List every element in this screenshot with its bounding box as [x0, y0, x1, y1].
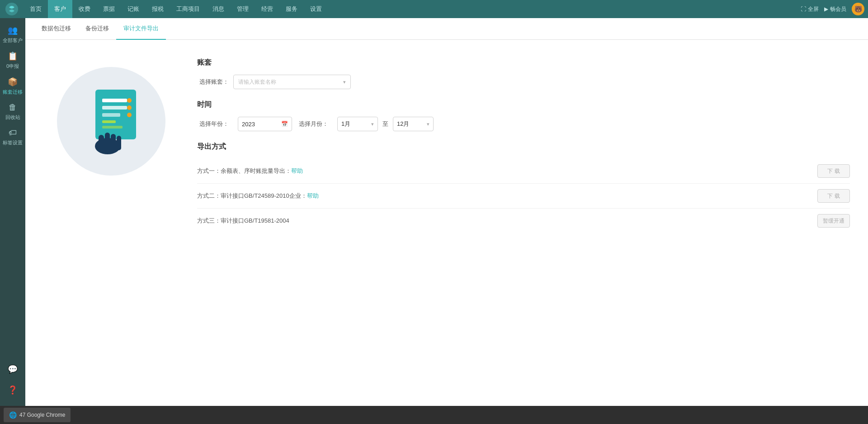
export-method-1-help[interactable]: 帮助	[291, 167, 303, 174]
sidebar-item-tag-settings[interactable]: 🏷 标签设置	[0, 124, 25, 150]
tabs-bar: 数据包迁移 备份迁移 审计文件导出	[25, 18, 868, 40]
start-month-caret: ▾	[371, 121, 374, 127]
account-migration-icon: 📦	[8, 77, 18, 87]
end-month-value: 12月	[397, 120, 409, 128]
main-layout: 👥 全部客户 📋 0申报 📦 账套迁移 🗑 回收站 🏷 标签设置 💬 ❓	[0, 18, 868, 406]
export-method-3-text: 方式三：审计接口GB/T19581-2004	[197, 217, 289, 224]
illustration-side	[43, 58, 179, 388]
svg-rect-13	[111, 134, 116, 151]
top-nav: 首页 客户 收费 票据 记账 报税 工商项目 消息 管理 经营 服务 设置 ⛶ …	[0, 0, 868, 18]
export-method-2-label: 方式二：审计接口GB/T24589-2010企业：帮助	[197, 192, 814, 200]
export-method-2: 方式二：审计接口GB/T24589-2010企业：帮助 下 载	[197, 184, 850, 209]
export-method-3-btn[interactable]: 暂缓开通	[817, 214, 850, 228]
nav-manage[interactable]: 管理	[231, 0, 255, 18]
export-method-2-btn[interactable]: 下 载	[817, 189, 850, 203]
taskbar: 🌐 47 Google Chrome	[0, 406, 868, 424]
sidebar-item-tag-settings-label: 标签设置	[3, 139, 23, 146]
recycle-icon: 🗑	[9, 103, 17, 112]
export-method-2-help[interactable]: 帮助	[307, 192, 319, 199]
svg-rect-2	[102, 99, 127, 102]
svg-rect-3	[102, 106, 127, 110]
sidebar-item-account-migration-label: 账套迁移	[3, 89, 23, 95]
export-section-title: 导出方式	[197, 142, 850, 152]
sidebar-chat-button[interactable]: 💬	[0, 361, 25, 378]
vip-button[interactable]: ▶ 畅会员	[824, 5, 846, 13]
form-side: 账套 选择账套： 请输入账套名称 ▾ 时间 选择年份： 2023	[179, 58, 850, 388]
export-method-3: 方式三：审计接口GB/T19581-2004 暂缓开通	[197, 209, 850, 233]
nav-business[interactable]: 工商项目	[170, 0, 206, 18]
nav-settings[interactable]: 设置	[304, 0, 328, 18]
account-section-title: 账套	[197, 58, 850, 67]
avatar[interactable]: 🐻	[852, 3, 864, 15]
page-content: 账套 选择账套： 请输入账套名称 ▾ 时间 选择年份： 2023	[25, 40, 868, 406]
sidebar: 👥 全部客户 📋 0申报 📦 账套迁移 🗑 回收站 🏷 标签设置 💬 ❓	[0, 18, 25, 406]
svg-rect-9	[102, 126, 123, 129]
account-select-input[interactable]: 请输入账套名称 ▾	[233, 75, 351, 89]
fullscreen-label: 全屏	[808, 5, 819, 13]
nav-service[interactable]: 服务	[279, 0, 304, 18]
export-method-1-text: 方式一：余额表、序时账批量导出：	[197, 167, 291, 174]
svg-point-7	[127, 113, 132, 117]
calendar-icon: 📅	[281, 121, 288, 127]
vip-icon: ▶	[824, 6, 828, 12]
sidebar-item-zero-report[interactable]: 📋 0申报	[0, 48, 25, 73]
export-section: 导出方式 方式一：余额表、序时账批量导出：帮助 下 载 方式二：审计接口GB/T…	[197, 142, 850, 233]
time-row: 选择年份： 2023 📅 选择月份： 1月 ▾ 至 12月	[197, 117, 850, 131]
export-method-1: 方式一：余额表、序时账批量导出：帮助 下 载	[197, 159, 850, 184]
help-icon: ❓	[8, 385, 18, 395]
nav-home[interactable]: 首页	[24, 0, 48, 18]
svg-point-5	[127, 98, 132, 103]
export-method-1-label: 方式一：余额表、序时账批量导出：帮助	[197, 167, 814, 175]
nav-accounting[interactable]: 记账	[121, 0, 146, 18]
time-section-title: 时间	[197, 100, 850, 110]
sidebar-help-button[interactable]: ❓	[0, 381, 25, 399]
vip-label: 畅会员	[830, 5, 846, 13]
taskbar-chrome-label: 47 Google Chrome	[19, 412, 65, 418]
illustration-svg	[75, 81, 147, 162]
end-month-select[interactable]: 12月 ▾	[393, 117, 434, 131]
sidebar-item-all-clients[interactable]: 👥 全部客户	[0, 22, 25, 48]
sidebar-item-all-clients-label: 全部客户	[3, 37, 23, 44]
all-clients-icon: 👥	[8, 25, 18, 35]
account-select-placeholder: 请输入账套名称	[238, 78, 276, 86]
svg-rect-12	[105, 133, 110, 152]
nav-operation[interactable]: 经营	[255, 0, 279, 18]
sidebar-item-recycle[interactable]: 🗑 回收站	[0, 99, 25, 124]
sidebar-item-recycle-label: 回收站	[5, 114, 20, 121]
logo[interactable]	[4, 1, 20, 17]
year-label: 选择年份：	[197, 120, 229, 128]
account-select-row: 选择账套： 请输入账套名称 ▾	[197, 75, 850, 89]
illustration-circle	[57, 67, 165, 176]
nav-client[interactable]: 客户	[48, 0, 72, 18]
svg-rect-8	[102, 120, 116, 123]
nav-tax[interactable]: 报税	[146, 0, 170, 18]
year-input[interactable]: 2023 📅	[238, 117, 292, 131]
tab-audit-export[interactable]: 审计文件导出	[116, 18, 166, 40]
export-method-2-text: 方式二：审计接口GB/T24589-2010企业：	[197, 192, 307, 199]
taskbar-chrome[interactable]: 🌐 47 Google Chrome	[4, 408, 71, 422]
tab-backup-migration[interactable]: 备份迁移	[78, 18, 116, 40]
nav-fee[interactable]: 收费	[72, 0, 97, 18]
sidebar-bottom: 💬 ❓	[0, 361, 25, 399]
content-area: 数据包迁移 备份迁移 审计文件导出	[25, 18, 868, 406]
chat-icon: 💬	[8, 364, 18, 374]
time-to-sep: 至	[382, 120, 388, 128]
svg-rect-14	[117, 136, 121, 150]
export-method-1-btn[interactable]: 下 载	[817, 164, 850, 178]
export-method-3-label: 方式三：审计接口GB/T19581-2004	[197, 217, 814, 225]
nav-right: ⛶ 全屏 ▶ 畅会员 🐻	[801, 3, 864, 15]
account-dropdown-caret: ▾	[343, 79, 346, 85]
svg-point-0	[5, 3, 18, 15]
sidebar-item-account-migration[interactable]: 📦 账套迁移	[0, 73, 25, 99]
nav-message[interactable]: 消息	[206, 0, 231, 18]
nav-invoice[interactable]: 票据	[97, 0, 121, 18]
month-label: 选择月份：	[297, 120, 328, 128]
start-month-select[interactable]: 1月 ▾	[337, 117, 378, 131]
fullscreen-icon: ⛶	[801, 6, 806, 12]
nav-items: 首页 客户 收费 票据 记账 报税 工商项目 消息 管理 经营 服务 设置	[24, 0, 801, 18]
tab-data-migration[interactable]: 数据包迁移	[34, 18, 78, 40]
fullscreen-button[interactable]: ⛶ 全屏	[801, 5, 819, 13]
zero-report-icon: 📋	[8, 51, 18, 61]
svg-point-6	[127, 105, 132, 110]
end-month-caret: ▾	[427, 121, 429, 127]
